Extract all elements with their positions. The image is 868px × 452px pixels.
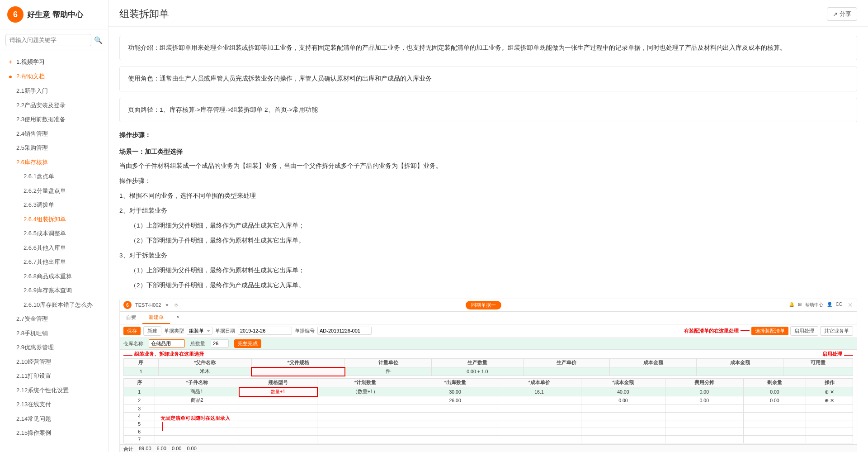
input-number[interactable] — [317, 327, 372, 335]
input-quantity[interactable] — [211, 339, 229, 347]
nav-item-2-2[interactable]: 2.2产品安装及登录 — [16, 98, 108, 113]
app-icon-bell: 🔔 — [789, 302, 794, 308]
search-input[interactable] — [5, 34, 91, 46]
search-area: 🔍 — [0, 29, 108, 51]
nav-item-2-3[interactable]: 2.3使用前数据准备 — [16, 112, 108, 127]
step2: 2、对于组装业务 — [119, 205, 857, 217]
nav-item-video[interactable]: ＋ 1.视频学习 — [0, 55, 108, 69]
nav-item-2-8[interactable]: 2.8手机旺铺 — [16, 326, 108, 341]
nav-item-2-13[interactable]: 2.13在线支付 — [16, 397, 108, 412]
step3: 3、对于拆装业务 — [119, 249, 857, 262]
steps-label: 操作步骤： — [119, 175, 857, 187]
select-type[interactable]: 组装单 拆卸单 — [187, 327, 212, 335]
nav-group-docs: ● 2.帮助文档 2.1新手入门 2.2产品安装及登录 2.3使用前数据准备 2… — [0, 69, 108, 440]
nav-item-2-5[interactable]: 2.5采购管理 — [16, 141, 108, 155]
app-toolbar: 保存 新建 单据类型 组装单 拆卸单 单据日期 — [120, 324, 857, 338]
sidebar-nav: ＋ 1.视频学习 ● 2.帮助文档 2.1新手入门 2.2产品安装及登录 2.3… — [0, 51, 108, 452]
nav-item-2-9[interactable]: 2.9优惠券管理 — [16, 340, 108, 355]
toolbar-left: 保存 新建 单据类型 组装单 拆卸单 单据日期 — [123, 326, 372, 336]
nav-item-2-15[interactable]: 2.15操作案例 — [16, 426, 108, 440]
app-dropdown-arrow: ▼ — [165, 303, 169, 308]
bottom-table-container: 无固定清单可以随时在这里录入 序 *子件名称 规格型号 *计划数量 *出库数量 … — [120, 378, 857, 445]
screenshot-container: 6 TEST-H002 ▼ ⟳ 同期单据一 🔔 ⊞ 帮助中心 👤 CC ✕ — [119, 299, 857, 452]
path-intro-block: 页面路径：1、库存核算->库存管理->组装拆卸单 2、首页->常用功能 — [119, 98, 857, 122]
btn-other[interactable]: 其它业务单 — [820, 326, 853, 336]
search-button[interactable]: 🔍 — [94, 36, 103, 44]
nav-item-262[interactable]: 2.6.2分量盘点单 — [24, 184, 108, 198]
sidebar: 6 好生意 帮助中心 🔍 ＋ 1.视频学习 ● 2.帮助文档 2.1新手入门 2… — [0, 0, 108, 452]
nav-item-2-14[interactable]: 2.14常见问题 — [16, 412, 108, 426]
top-table-container: 序 *父件名称 *父件规格 计量单位 生产数量 生产单价 成本金额 成本金额 可… — [120, 358, 857, 378]
anno-free-fill: 无固定清单可以随时在这里录入 — [160, 415, 230, 431]
nav-item-2-12[interactable]: 2.12系统个性化设置 — [16, 383, 108, 398]
logo-icon: 6 — [7, 6, 24, 23]
field-number: 单据编号 — [295, 327, 372, 335]
app-close-icon[interactable]: ✕ — [848, 301, 853, 309]
nav-item-265[interactable]: 2.6.5成本调整单 — [24, 226, 108, 241]
input-date[interactable] — [238, 327, 292, 335]
app-refresh-icon: ⟳ — [175, 303, 178, 308]
app-screenshot: 6 TEST-H002 ▼ ⟳ 同期单据一 🔔 ⊞ 帮助中心 👤 CC ✕ — [120, 299, 857, 452]
input-warehouse[interactable] — [149, 339, 185, 347]
anno-right: 启用处理 — [822, 351, 853, 357]
nav-item-264[interactable]: 2.6.4组装拆卸单 — [24, 212, 108, 227]
app-tab-bar: 自费 新建单 × — [120, 312, 857, 324]
nav-item-2-4[interactable]: 2.4销售管理 — [16, 127, 108, 141]
nav-item-2-11[interactable]: 2.11打印设置 — [16, 369, 108, 383]
tab-new[interactable]: 新建单 — [142, 312, 170, 324]
app-title-label: TEST-H002 — [135, 302, 161, 308]
table-row: 1 商品1 数量+1 （数量+1） 30.00 16.1 40.00 0.00 … — [124, 387, 853, 396]
step3-sub2: （2）下部明细为子件明细，最终作为产成品生成其它入库单。 — [130, 279, 857, 291]
table-row: 4 — [124, 413, 853, 420]
nav-item-268[interactable]: 2.6.8商品成本重算 — [24, 269, 108, 284]
nav-item-docs[interactable]: ● 2.帮助文档 — [0, 69, 108, 84]
nav-item-261[interactable]: 2.6.1盘点单 — [24, 169, 108, 184]
scenario1-title: 场景一：加工类型选择 — [119, 146, 857, 158]
main-area: 组装拆卸单 ↗ 分享 功能介绍：组装拆卸单用来处理企业组装或拆卸等加工业务，支持… — [108, 0, 868, 452]
app-info-row: 仓库名称 总数量 完整完成 — [120, 338, 857, 350]
nav-item-269[interactable]: 2.6.9库存账本查询 — [24, 283, 108, 298]
nav-item-2-1[interactable]: 2.1新手入门 — [16, 84, 108, 98]
btn-process[interactable]: 启用处理 — [790, 326, 818, 336]
btn-new[interactable]: 新建 — [143, 326, 161, 336]
page-title: 组装拆卸单 — [119, 7, 169, 21]
table-row: 6 — [124, 428, 853, 436]
anno-left: 组装业务、拆卸业务在这里选择 — [123, 351, 204, 357]
page-header: 组装拆卸单 ↗ 分享 — [108, 0, 868, 27]
nav-item-2610[interactable]: 2.6.10库存账本错了怎么办 — [24, 298, 108, 312]
app-top-icons: 🔔 ⊞ 帮助中心 👤 CC — [789, 302, 842, 308]
nav-item-267[interactable]: 2.6.7其他出库单 — [24, 255, 108, 269]
table-row: 2 商品2 26.00 0.00 0.00 0.00 ⊕ ✕ — [124, 396, 853, 405]
nav-item-2-10[interactable]: 2.10经营管理 — [16, 355, 108, 369]
app-footer: 合计 89.00 6.00 0.00 0.00 — [120, 444, 857, 452]
steps-title: 操作步骤： — [119, 128, 857, 141]
tab-close[interactable]: × — [170, 312, 185, 324]
bottom-table: 序 *子件名称 规格型号 *计划数量 *出库数量 *成本单价 *成本金额 费用分… — [123, 378, 853, 444]
nav-item-266[interactable]: 2.6.6其他入库单 — [24, 241, 108, 255]
app-icon-cc: CC — [836, 302, 842, 308]
step1: 1、根据不同的业务，选择不同单据的类型来处理 — [119, 190, 857, 202]
tab-zifei[interactable]: 自费 — [120, 312, 142, 324]
table-row: 7 — [124, 436, 853, 443]
table-row: 5 — [124, 420, 853, 428]
field-type: 单据类型 组装单 拆卸单 — [164, 327, 212, 335]
table-row: 1 米木 件 0.00 + 1.0 — [124, 367, 853, 376]
step3-sub1: （1）上部明细为父件明细，最终作为原材料生成其它出库单； — [130, 264, 857, 276]
btn-save[interactable]: 保存 — [123, 327, 141, 335]
field-date: 单据日期 — [215, 327, 292, 335]
nav-item-2-6[interactable]: 2.6库存核算 — [16, 155, 108, 170]
main-content: 功能介绍：组装拆卸单用来处理企业组装或拆卸等加工业务，支持有固定装配清单的产品加… — [108, 27, 868, 452]
role-intro-block: 使用角色：通常由生产人员或库管人员完成拆装业务的操作，库管人员确认原材料的出库和… — [119, 67, 857, 91]
minus-icon: ● — [7, 73, 14, 80]
btn-select-bom[interactable]: 选择装配清单 — [751, 327, 788, 335]
app-bar-logo: 6 — [123, 301, 132, 309]
btn-confirm[interactable]: 完整完成 — [234, 339, 261, 348]
step2-sub1: （1）上部明细为父件明细，最终作为产成品生成其它入库单； — [130, 219, 857, 232]
scenario1-desc: 当由多个子件材料组装成一个成品的业务为【组装】业务，当由一个父件拆分成多个子产品… — [119, 160, 857, 172]
nav-item-2-7[interactable]: 2.7资金管理 — [16, 312, 108, 326]
top-table: 序 *父件名称 *父件规格 计量单位 生产数量 生产单价 成本金额 成本金额 可… — [123, 358, 853, 376]
arrow2-left — [123, 355, 132, 356]
app-nav-btn[interactable]: 同期单据一 — [466, 301, 501, 309]
nav-item-263[interactable]: 2.6.3调拨单 — [24, 198, 108, 212]
share-button[interactable]: ↗ 分享 — [827, 7, 857, 21]
